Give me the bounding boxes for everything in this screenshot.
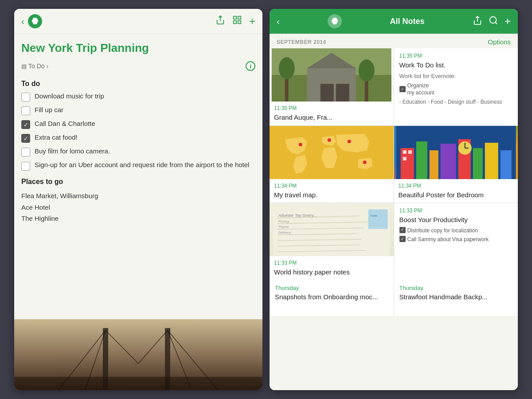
note-2-extra: - Education - Food - Design stuff - Busi… (399, 98, 513, 106)
svg-text:Aduester Top Smery...: Aduester Top Smery... (278, 213, 317, 218)
note-title: New York Trip Planning (14, 34, 262, 59)
svg-point-23 (279, 57, 295, 79)
left-header: ‹ + (14, 9, 262, 34)
note-6-check-1: Distribute copy for localization (407, 227, 478, 235)
place-item: Ace Hotel (21, 202, 255, 213)
left-phone: ‹ + New York Trip Planning (14, 9, 262, 390)
right-phone: ‹ All Notes + SEPTEMBER 2014 Options (270, 9, 518, 390)
svg-line-15 (495, 22, 497, 24)
svg-text:note: note (371, 214, 377, 218)
note-1-text: 11:35 PM Grand Auque, Fra... (270, 102, 394, 125)
note-1-time: 11:35 PM (274, 105, 389, 111)
checkbox-2[interactable] (21, 106, 30, 115)
note-content: To do Download music for trip Fill up ca… (14, 76, 262, 319)
svg-point-25 (359, 59, 375, 82)
note-5-text: 11:33 PM World history paper notes (270, 256, 394, 280)
note-6-check-2: Call Sammy about Visa paperwork (407, 236, 489, 243)
checklist-item: ✓ Call Dan & Charlotte (21, 120, 255, 129)
checkbox-6[interactable] (21, 162, 30, 171)
checklist-item-text: Call Dan & Charlotte (35, 120, 95, 127)
right-header-title: All Notes (390, 17, 425, 26)
note-7-title: Snapshots from Onboarding moc... (275, 293, 388, 301)
info-icon[interactable]: i (246, 61, 255, 71)
svg-point-29 (348, 140, 351, 143)
note-card-3[interactable]: 11:34 PM My travel map. (270, 126, 394, 203)
note-bridge-image (14, 319, 262, 390)
checklist-item-text: Fill up car (35, 106, 63, 113)
options-button[interactable]: Options (488, 38, 511, 46)
svg-rect-1 (238, 16, 241, 19)
svg-rect-20 (321, 84, 334, 102)
back-button[interactable]: ‹ (21, 16, 24, 27)
left-header-left: ‹ (21, 14, 42, 28)
note-8-day: Thursday (399, 285, 513, 291)
note-5-handwritten: Aduester Top Smery... Pricing Thyme Deli… (270, 203, 394, 256)
svg-point-30 (363, 160, 367, 164)
note-card-7[interactable]: Thursday Snapshots from Onboarding moc..… (270, 280, 394, 316)
right-content: SEPTEMBER 2014 Options (270, 34, 518, 390)
checkbox-5[interactable] (21, 148, 30, 156)
right-share-icon[interactable] (473, 16, 482, 27)
todo-tag-arrow: › (47, 63, 49, 70)
checklist-item-text: Download music for trip (35, 92, 104, 100)
checkbox-4[interactable]: ✓ (21, 134, 30, 143)
checklist-item: Sign-up for an Uber account and request … (21, 161, 255, 171)
note-6-title: Boost Your Productivity (399, 215, 513, 224)
note-3-title: My travel map. (274, 191, 389, 200)
svg-text:Delivery: Delivery (278, 231, 291, 235)
svg-rect-42 (403, 157, 406, 160)
places-section: Places to go Flea Market, Williamsburg A… (21, 178, 255, 224)
bottom-row: Thursday Snapshots from Onboarding moc..… (270, 280, 518, 316)
todo-section-title: To do (21, 80, 255, 88)
note-2-body: Work list for Evernote: ✓ Organizemy acc… (399, 72, 513, 106)
note-4-poster (394, 126, 518, 179)
svg-text:Pricing: Pricing (278, 219, 289, 223)
right-add-icon[interactable]: + (505, 15, 511, 27)
right-header-icons: + (473, 15, 511, 27)
svg-rect-41 (408, 150, 411, 154)
share-icon[interactable] (215, 15, 225, 27)
grid-icon[interactable] (232, 15, 242, 27)
note-card-2[interactable]: 11:35 PM Work To Do list. Work list for … (394, 48, 518, 125)
checklist-item: Fill up car (21, 106, 255, 115)
note-3-image (270, 126, 394, 179)
svg-text:Thyme: Thyme (278, 225, 289, 229)
note-2-organize: Organizemy account (407, 82, 434, 97)
note-1-title: Grand Auque, Fra... (274, 113, 389, 122)
note-subtitle: ▤ To Do › i (14, 59, 262, 76)
note-card-4[interactable]: 11:34 PM Beautiful Poster for Bedroom (394, 126, 518, 203)
add-note-icon[interactable]: + (249, 15, 255, 27)
evernote-logo[interactable] (28, 14, 42, 28)
checkbox-1[interactable] (21, 93, 30, 102)
note-4-image (394, 126, 518, 179)
svg-rect-37 (473, 148, 482, 179)
note-card-8[interactable]: Thursday Strawfoot Handmade Backp... (394, 280, 518, 316)
right-back-button[interactable]: ‹ (277, 16, 280, 27)
places-list: Flea Market, Williamsburg Ace Hotel The … (21, 190, 255, 224)
note-6-time: 11:33 PM (399, 207, 513, 214)
svg-point-27 (299, 143, 302, 146)
place-item: The Highline (21, 213, 255, 224)
note-6-checkbox-2: ✓ (399, 236, 406, 242)
right-search-icon[interactable] (489, 16, 498, 27)
right-evernote-logo[interactable] (328, 14, 342, 28)
note-6-body: ✓ Distribute copy for localization ✓ Cal… (399, 227, 513, 244)
section-header: SEPTEMBER 2014 Options (270, 34, 518, 48)
note-2-time: 11:35 PM (399, 53, 513, 59)
note-card-6[interactable]: 11:33 PM Boost Your Productivity ✓ Distr… (394, 203, 518, 280)
place-item: Flea Market, Williamsburg (21, 190, 255, 202)
note-card-1[interactable]: 11:35 PM Grand Auque, Fra... (270, 48, 394, 125)
note-5-title: World history paper notes (274, 268, 389, 277)
svg-rect-39 (500, 150, 511, 179)
note-card-5[interactable]: Aduester Top Smery... Pricing Thyme Deli… (270, 203, 394, 280)
note-3-text: 11:34 PM My travel map. (270, 179, 394, 203)
section-date: SEPTEMBER 2014 (277, 39, 326, 45)
svg-rect-3 (238, 21, 241, 23)
svg-rect-21 (336, 84, 349, 102)
note-3-map (270, 126, 394, 179)
todo-tag[interactable]: ▤ To Do › (21, 63, 48, 70)
checkbox-3[interactable]: ✓ (21, 120, 30, 129)
checklist-item-text: Sign-up for an Uber account and request … (35, 161, 249, 168)
note-4-time: 11:34 PM (399, 183, 514, 189)
svg-rect-38 (485, 143, 498, 179)
